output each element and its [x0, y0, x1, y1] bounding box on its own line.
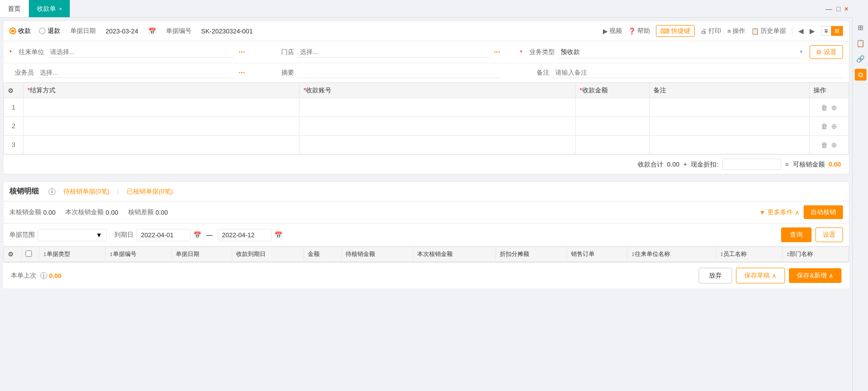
row2-copy-icon[interactable]: ⊕	[831, 122, 837, 130]
row2-actions: 🗑 ⊕	[810, 117, 849, 136]
row1-copy-icon[interactable]: ⊕	[831, 104, 837, 112]
th-gear: ⚙	[4, 83, 24, 98]
calendar-to-icon[interactable]: 📅	[274, 231, 282, 239]
row3-copy-icon[interactable]: ⊕	[831, 141, 837, 149]
plus-sign: +	[683, 161, 687, 168]
date-filter-group: 到期日 📅 — 📅	[114, 229, 282, 241]
video-label: 视频	[609, 27, 622, 35]
row1-delete-icon[interactable]: 🗑	[821, 104, 828, 112]
counterparty-more-btn[interactable]: ···	[239, 48, 245, 56]
view-list-btn[interactable]: ≡	[821, 26, 831, 36]
filter-row: 单据范围 ▼ 到期日 📅 — 📅 查询 设置	[3, 223, 849, 247]
operate-btn[interactable]: ≡ 操作	[727, 27, 745, 35]
row2-amount[interactable]	[575, 117, 649, 136]
shop-more-btn[interactable]: ···	[494, 48, 500, 56]
calendar-icon[interactable]: 📅	[148, 28, 156, 35]
row3-delete-icon[interactable]: 🗑	[821, 141, 828, 149]
footer-info-icon[interactable]: ℹ	[40, 272, 47, 279]
verify-header: 核销明细 ℹ 待核销单据(0笔) | 已核销单据(0笔)	[3, 182, 849, 201]
side-btn-1[interactable]: ⊞	[855, 22, 867, 33]
date-from-input[interactable]	[136, 229, 190, 241]
minimize-icon[interactable]: —	[825, 5, 832, 13]
verify-info-icon[interactable]: ℹ	[49, 188, 55, 195]
current-label: 本次核销金额	[65, 208, 104, 217]
summary-input[interactable]	[297, 67, 500, 78]
table-gear-icon[interactable]: ⚙	[8, 87, 14, 94]
row3-settlement[interactable]	[24, 136, 299, 154]
maximize-icon[interactable]: □	[836, 5, 840, 13]
tab-receipt[interactable]: 收款单 ×	[29, 0, 70, 17]
tab-home[interactable]: 首页	[0, 0, 29, 17]
side-btn-4[interactable]: ⧉	[855, 69, 867, 81]
nav-prev-icon[interactable]: ◀	[798, 27, 804, 35]
row-num-2: 2	[4, 117, 24, 136]
pending-tab[interactable]: 待核销单据(0笔)	[63, 187, 109, 196]
history-label: 历史单据	[760, 27, 786, 35]
shop-input[interactable]	[297, 47, 489, 57]
unchecked-stat: 未核销金额 0.00	[9, 208, 55, 217]
row1-note[interactable]	[649, 98, 809, 117]
side-panel: ⊞ 📋 🔗 ⧉	[852, 18, 868, 391]
side-btn-2[interactable]: 📋	[855, 37, 867, 49]
save-chevron-icon: ∧	[829, 272, 834, 279]
draft-btn[interactable]: 保存草稿 ∧	[736, 268, 785, 283]
table-gear-icon2[interactable]: ⚙	[8, 251, 14, 258]
view-grid-btn[interactable]: ⊞	[831, 26, 843, 36]
video-icon: ▶	[603, 28, 608, 35]
close-icon[interactable]: ×	[844, 5, 848, 13]
radio-refund[interactable]: 退款	[39, 27, 60, 35]
row1-amount[interactable]	[575, 98, 649, 117]
abandon-btn[interactable]: 放弃	[699, 268, 732, 283]
row1-settlement[interactable]	[24, 98, 299, 117]
salesperson-input[interactable]	[37, 67, 234, 78]
verify-settings-btn[interactable]: 设置	[815, 227, 843, 242]
row2-delete-icon[interactable]: 🗑	[821, 122, 828, 130]
salesperson-more-btn[interactable]: ···	[239, 68, 245, 77]
query-btn[interactable]: 查询	[781, 227, 812, 242]
print-btn[interactable]: 🖨 打印	[701, 27, 721, 35]
history-icon: 📋	[751, 28, 759, 35]
current-value: 0.00	[106, 209, 118, 216]
row3-note[interactable]	[649, 136, 809, 154]
row3-amount[interactable]	[575, 136, 649, 154]
row3-account[interactable]	[299, 136, 575, 154]
row1-account[interactable]	[299, 98, 575, 117]
row2-settlement[interactable]	[24, 117, 299, 136]
nav-next-icon[interactable]: ▶	[810, 27, 815, 35]
discount-input[interactable]	[722, 159, 781, 170]
calendar-from-icon[interactable]: 📅	[193, 231, 201, 239]
help-btn[interactable]: ❓ 帮助	[628, 27, 650, 35]
row2-note[interactable]	[649, 117, 809, 136]
shortcut-btn[interactable]: ⌨ 快捷键	[656, 25, 695, 37]
operate-label: 操作	[732, 27, 745, 35]
auto-verify-btn[interactable]: 自动核销	[804, 205, 843, 219]
select-all-checkbox[interactable]	[26, 251, 32, 257]
tab-receipt-label: 收款单	[37, 4, 56, 13]
business-label: 业务类型	[525, 48, 555, 56]
note-input[interactable]	[552, 67, 843, 78]
footer-bar: 本单上次 ℹ 0.00 放弃 保存草稿 ∧ 保存&新增 ∧	[3, 262, 849, 288]
operate-icon: ≡	[727, 28, 731, 35]
history-btn[interactable]: 📋 历史单据	[751, 27, 786, 35]
range-select[interactable]: ▼	[38, 229, 107, 241]
business-type-select[interactable]: 预收款 ▼	[558, 46, 807, 58]
note-group: 备注	[520, 67, 843, 78]
table-row: 1 🗑 ⊕	[4, 98, 849, 117]
side-btn-3[interactable]: 🔗	[855, 53, 867, 65]
video-btn[interactable]: ▶ 视频	[603, 27, 622, 35]
counterparty-label: 往来单位	[15, 48, 44, 56]
date-value: 2023-03-24	[106, 28, 138, 35]
save-new-btn[interactable]: 保存&新增 ∧	[789, 268, 841, 283]
done-tab[interactable]: 已核销单据(0笔)	[127, 187, 173, 196]
row2-account[interactable]	[299, 117, 575, 136]
radio-receipt[interactable]: 收款	[9, 27, 31, 35]
shop-group: 门店 ···	[265, 47, 500, 57]
date-to-input[interactable]	[217, 229, 271, 241]
shortcut-label: 快捷键	[671, 27, 690, 35]
tab-close-icon[interactable]: ×	[59, 6, 62, 12]
more-conditions-btn[interactable]: ▼ 更多条件 ∧	[759, 208, 800, 217]
form-settings-btn[interactable]: ⚙ 设置	[810, 45, 843, 59]
shop-label: 门店	[265, 48, 294, 56]
business-required: *	[520, 49, 522, 56]
counterparty-input[interactable]	[47, 47, 234, 57]
